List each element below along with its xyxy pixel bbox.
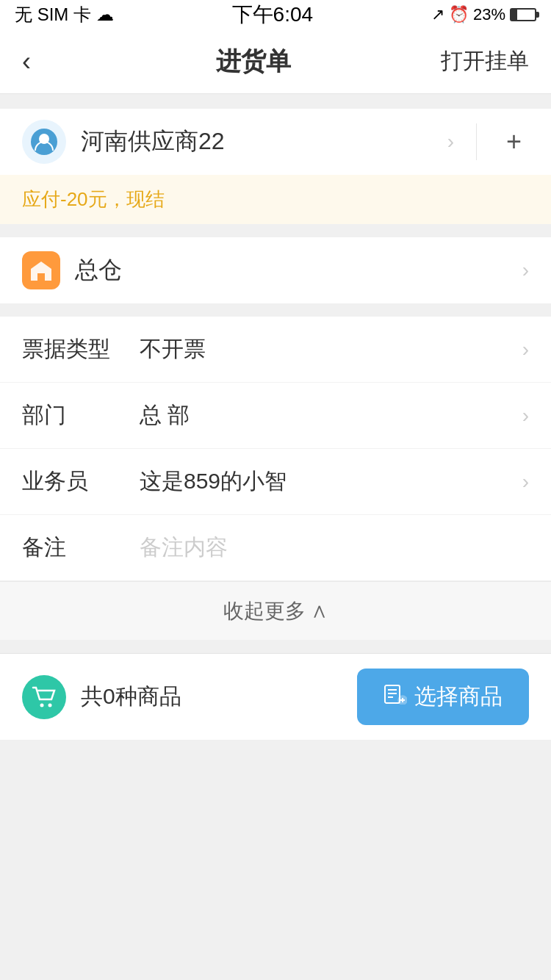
warehouse-row[interactable]: 总仓 › [0, 237, 551, 303]
department-value: 总 部 [125, 400, 522, 430]
alarm-icon: ⏰ [449, 5, 469, 24]
sim-status: 无 SIM 卡 ☁ [15, 3, 114, 26]
open-pending-button[interactable]: 打开挂单 [441, 46, 529, 76]
status-right: ↗ ⏰ 23% [431, 5, 536, 24]
status-bar: 无 SIM 卡 ☁ 下午6:04 ↗ ⏰ 23% [0, 0, 551, 29]
salesperson-row[interactable]: 业务员 这是859的小智 › [0, 449, 551, 515]
form-section: 票据类型 不开票 › 部门 总 部 › 业务员 这是859的小智 › 备注 备注… [0, 317, 551, 640]
section-gap-1 [0, 94, 551, 109]
supplier-chevron: › [447, 130, 454, 154]
remark-label: 备注 [22, 533, 125, 563]
collapse-button[interactable]: 收起更多 ∧ [0, 581, 551, 640]
warehouse-chevron: › [522, 259, 529, 282]
salesperson-chevron: › [522, 470, 529, 494]
svg-point-2 [40, 703, 44, 707]
supplier-section: 河南供应商22 › + 应付-20元，现结 [0, 109, 551, 224]
status-left: 无 SIM 卡 ☁ [15, 3, 114, 26]
page-rest [0, 740, 551, 960]
warehouse-section: 总仓 › [0, 237, 551, 303]
warehouse-icon [22, 251, 60, 289]
select-product-button[interactable]: 选择商品 [357, 669, 529, 725]
salesperson-label: 业务员 [22, 466, 125, 497]
page-title: 进货单 [216, 45, 291, 79]
section-divider-3 [0, 640, 551, 652]
department-row[interactable]: 部门 总 部 › [0, 383, 551, 449]
battery-label: 23% [473, 5, 505, 24]
select-product-icon [383, 684, 407, 710]
battery-icon [510, 8, 536, 21]
supplier-avatar [22, 120, 66, 164]
invoice-type-label: 票据类型 [22, 334, 125, 364]
supplier-right-actions: › + [447, 123, 529, 160]
warehouse-name: 总仓 [75, 254, 522, 287]
supplier-name: 河南供应商22 [81, 126, 447, 158]
invoice-type-row[interactable]: 票据类型 不开票 › [0, 317, 551, 383]
vertical-divider [476, 123, 477, 160]
section-divider-1 [0, 226, 551, 237]
back-button[interactable]: ‹ [22, 46, 66, 77]
section-divider-2 [0, 305, 551, 317]
remark-input[interactable]: 备注内容 [125, 533, 529, 563]
invoice-type-chevron: › [522, 338, 529, 361]
status-time: 下午6:04 [232, 1, 314, 29]
nav-bar: ‹ 进货单 打开挂单 [0, 29, 551, 94]
department-label: 部门 [22, 400, 125, 430]
svg-point-3 [48, 703, 52, 707]
department-chevron: › [522, 404, 529, 428]
notice-bar: 应付-20元，现结 [0, 175, 551, 224]
product-count-label: 共0种商品 [81, 682, 357, 712]
supplier-row[interactable]: 河南供应商22 › + [0, 109, 551, 175]
add-supplier-button[interactable]: + [499, 126, 529, 157]
select-product-label: 选择商品 [414, 682, 503, 712]
product-cart-icon [22, 675, 66, 719]
bottom-bar: 共0种商品 选择商品 [0, 653, 551, 740]
salesperson-value: 这是859的小智 [125, 466, 522, 497]
remark-row[interactable]: 备注 备注内容 [0, 515, 551, 581]
location-icon: ↗ [431, 5, 444, 24]
invoice-type-value: 不开票 [125, 334, 522, 364]
svg-rect-1 [37, 273, 45, 281]
avatar-icon [31, 129, 57, 155]
